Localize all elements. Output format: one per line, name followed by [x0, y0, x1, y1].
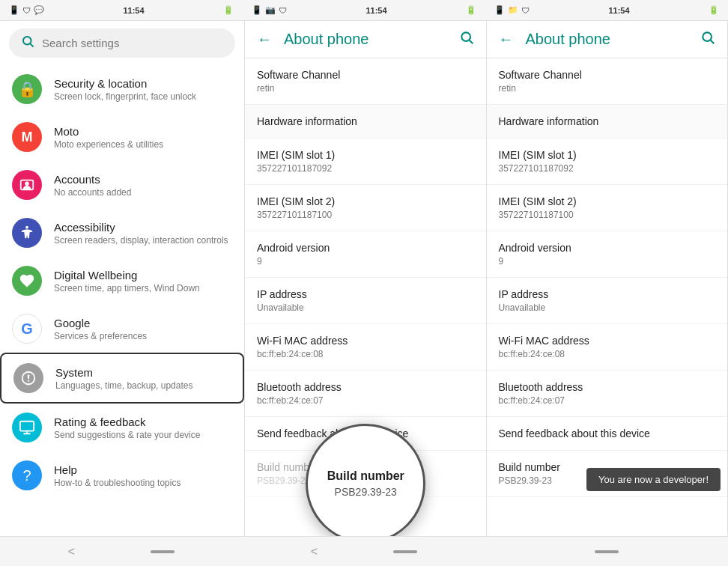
- moto-icon: M: [12, 122, 42, 152]
- about-panel-1-container: ← About phone Software Channel retin Har…: [245, 21, 487, 536]
- battery-icon-2: 🔋: [466, 5, 476, 15]
- build-circle-value: PSB29.39-23: [335, 486, 397, 498]
- about-item-imei1-value-2: 357227101187092: [499, 163, 716, 174]
- about-item-ip-1[interactable]: IP address Unavailable: [245, 278, 486, 324]
- status-icon-shield-2: 🛡: [279, 6, 287, 15]
- about-item-imei2-title-1: IMEI (SIM slot 2): [257, 195, 474, 207]
- sidebar-item-help[interactable]: ? Help How-to & troubleshooting topics: [0, 451, 244, 499]
- accessibility-subtitle: Screen readers, display, interaction con…: [54, 235, 232, 246]
- nav-back-1[interactable]: <: [68, 545, 75, 559]
- svg-line-12: [711, 40, 715, 44]
- sidebar-item-accounts[interactable]: Accounts No accounts added: [0, 161, 244, 209]
- about-item-bt-value-2: bc:ff:eb:24:ce:07: [499, 395, 716, 406]
- build-circle-title: Build number: [327, 469, 404, 483]
- about-item-wifi-title-2: Wi-Fi MAC address: [499, 335, 716, 347]
- about-item-bt-1[interactable]: Bluetooth address bc:ff:eb:24:ce:07: [245, 371, 486, 417]
- system-text: System Languages, time, backup, updates: [55, 366, 231, 391]
- hardware-section-title-2: Hardware information: [499, 115, 716, 127]
- sidebar-item-security[interactable]: 🔒 Security & location Screen lock, finge…: [0, 65, 244, 113]
- status-segment-1: 📱 🛡 💬 11:54 🔋: [0, 0, 243, 20]
- about-item-android-title-1: Android version: [257, 242, 474, 254]
- status-icons-left-1: 📱 🛡 💬: [9, 5, 44, 15]
- accounts-subtitle: No accounts added: [54, 187, 232, 198]
- google-title: Google: [54, 317, 232, 329]
- about-title-2: About phone: [526, 31, 689, 48]
- about-search-icon-2[interactable]: [700, 30, 715, 49]
- about-item-software-channel-1[interactable]: Software Channel retin: [245, 58, 486, 105]
- nav-back-2[interactable]: <: [311, 545, 318, 559]
- svg-point-9: [461, 32, 470, 41]
- about-item-wifi-1[interactable]: Wi-Fi MAC address bc:ff:eb:24:ce:08: [245, 324, 486, 371]
- about-item-imei2-1[interactable]: IMEI (SIM slot 2) 357227101187100: [245, 185, 486, 231]
- about-item-ip-value-1: Unavailable: [257, 302, 474, 313]
- hardware-section-title-1: Hardware information: [257, 115, 474, 127]
- accounts-text: Accounts No accounts added: [54, 173, 232, 198]
- security-icon: 🔒: [12, 74, 42, 104]
- about-list-2: Software Channel retin Hardware informat…: [487, 58, 728, 536]
- search-bar[interactable]: [9, 28, 235, 58]
- security-subtitle: Screen lock, fingerprint, face unlock: [54, 91, 232, 102]
- about-item-ip-2[interactable]: IP address Unavailable: [487, 278, 728, 324]
- about-item-imei1-2[interactable]: IMEI (SIM slot 1) 357227101187092: [487, 139, 728, 185]
- nav-home-3[interactable]: [595, 550, 619, 553]
- nav-home-2[interactable]: [393, 550, 417, 553]
- status-icon-phone-2: 📱: [252, 5, 262, 15]
- back-button-2[interactable]: ←: [499, 31, 514, 48]
- sidebar-item-google[interactable]: G Google Services & preferences: [0, 305, 244, 353]
- nav-segment-1: <: [0, 537, 243, 566]
- about-item-sw-value-2: retin: [499, 83, 716, 94]
- svg-point-4: [25, 226, 28, 229]
- about-item-imei1-1[interactable]: IMEI (SIM slot 1) 357227101187092: [245, 139, 486, 185]
- system-subtitle: Languages, time, backup, updates: [55, 380, 231, 391]
- settings-list: 🔒 Security & location Screen lock, finge…: [0, 65, 244, 536]
- sidebar-item-digital-wellbeing[interactable]: Digital Wellbeing Screen time, app timer…: [0, 257, 244, 305]
- svg-rect-8: [20, 422, 34, 431]
- about-item-ip-title-2: IP address: [499, 288, 716, 300]
- about-item-hardware-header-1: Hardware information: [245, 105, 486, 139]
- status-icon-phone-1: 📱: [9, 5, 19, 15]
- about-item-wifi-value-1: bc:ff:eb:24:ce:08: [257, 349, 474, 359]
- status-icon-phone-3: 📱: [494, 5, 505, 15]
- nav-home-1[interactable]: [151, 550, 175, 553]
- status-segment-3: 📱 📁 🛡 11:54 🔋: [485, 0, 728, 20]
- digital-wellbeing-title: Digital Wellbeing: [54, 269, 232, 282]
- about-header-2: ← About phone: [487, 21, 728, 58]
- about-item-software-channel-2[interactable]: Software Channel retin: [487, 58, 728, 105]
- about-search-icon-1[interactable]: [459, 30, 474, 49]
- sidebar-item-accessibility[interactable]: Accessibility Screen readers, display, i…: [0, 209, 244, 257]
- about-item-imei2-value-2: 357227101187100: [499, 210, 716, 220]
- developer-toast: You are now a developer!: [586, 468, 721, 491]
- help-text: Help How-to & troubleshooting topics: [54, 463, 232, 488]
- about-item-bt-value-1: bc:ff:eb:24:ce:07: [257, 395, 474, 406]
- about-item-wifi-title-1: Wi-Fi MAC address: [257, 335, 474, 347]
- google-icon: G: [12, 314, 42, 344]
- build-number-circle: Build number PSB29.39-23: [306, 424, 425, 536]
- about-item-bt-title-2: Bluetooth address: [499, 381, 716, 393]
- about-item-android-2[interactable]: Android version 9: [487, 231, 728, 278]
- battery-icon-3: 🔋: [709, 5, 719, 15]
- main-content: 🔒 Security & location Screen lock, finge…: [0, 21, 728, 536]
- moto-title: Moto: [54, 125, 232, 138]
- about-item-android-value-2: 9: [499, 256, 716, 267]
- about-item-android-1[interactable]: Android version 9: [245, 231, 486, 278]
- status-icon-folder-3: 📁: [508, 5, 518, 15]
- help-icon: ?: [12, 460, 42, 490]
- sidebar-item-rating[interactable]: Rating & feedback Send suggestions & rat…: [0, 404, 244, 451]
- back-button-1[interactable]: ←: [257, 31, 272, 48]
- about-item-wifi-2[interactable]: Wi-Fi MAC address bc:ff:eb:24:ce:08: [487, 324, 728, 371]
- search-input[interactable]: [42, 37, 223, 49]
- svg-point-3: [25, 181, 29, 186]
- sidebar-item-system[interactable]: System Languages, time, backup, updates: [0, 353, 244, 404]
- about-item-imei2-2[interactable]: IMEI (SIM slot 2) 357227101187100: [487, 185, 728, 231]
- settings-panel: 🔒 Security & location Screen lock, finge…: [0, 21, 245, 536]
- about-item-imei1-title-2: IMEI (SIM slot 1): [499, 149, 716, 161]
- about-item-bt-title-1: Bluetooth address: [257, 381, 474, 393]
- nav-bar: < <: [0, 536, 728, 566]
- about-item-bt-2[interactable]: Bluetooth address bc:ff:eb:24:ce:07: [487, 371, 728, 417]
- status-icon-camera-2: 📷: [265, 5, 276, 15]
- about-item-feedback-2[interactable]: Send feedback about this device: [487, 417, 728, 451]
- about-item-imei1-value-1: 357227101187092: [257, 163, 474, 174]
- sidebar-item-moto[interactable]: M Moto Moto experiences & utilities: [0, 113, 244, 161]
- accessibility-icon: [12, 218, 42, 248]
- about-panel-2: ← About phone Software Channel retin Har…: [487, 21, 729, 536]
